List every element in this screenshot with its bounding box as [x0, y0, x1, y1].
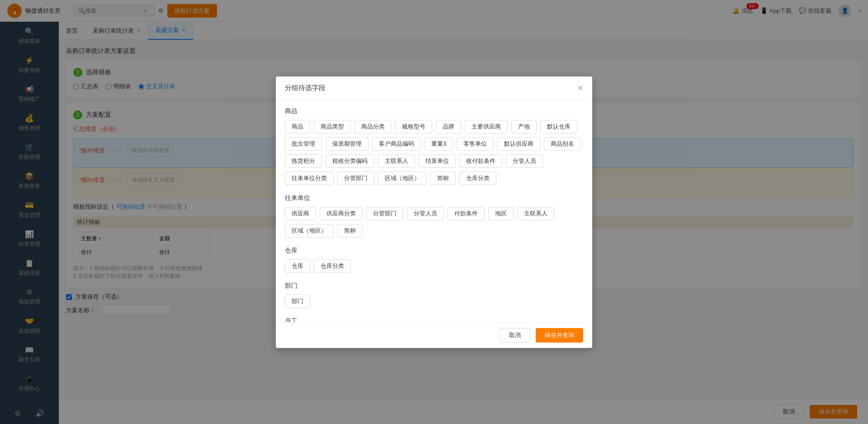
tag-brand[interactable]: 品牌 — [436, 120, 461, 133]
tag-supplier[interactable]: 供应商 — [285, 207, 316, 220]
tag-payment-terms[interactable]: 收付款条件 — [459, 154, 502, 168]
tag-retail-unit[interactable]: 零售单位 — [457, 137, 494, 151]
tag-spec-model[interactable]: 规格型号 — [395, 120, 432, 133]
tag-staff-counterpart[interactable]: 分管人员 — [407, 207, 444, 220]
section-counterpart-tags: 供应商 供应商分类 分管部门 分管人员 付款条件 地区 主联系人 区域（地区） … — [285, 207, 583, 238]
tag-product-type[interactable]: 商品类型 — [314, 120, 351, 133]
section-warehouse-tags: 仓库 仓库分类 — [285, 259, 583, 273]
tag-counterpart-category[interactable]: 往来单位分类 — [285, 172, 334, 185]
tag-customer-product-code[interactable]: 客户商品编码 — [372, 137, 421, 151]
modal-title: 分组待选字段 — [285, 84, 326, 92]
modal-header: 分组待选字段 ✕ — [276, 76, 592, 100]
tag-dept-counterpart[interactable]: 分管部门 — [366, 207, 403, 220]
tag-product-alias[interactable]: 商品别名 — [544, 137, 581, 151]
tag-default-warehouse[interactable]: 默认仓库 — [540, 120, 577, 133]
section-department-title: 部门 — [285, 282, 583, 290]
tag-region-product[interactable]: 区域（地区） — [378, 172, 427, 185]
section-employee-title: 员工 — [285, 317, 583, 322]
tag-product[interactable]: 商品 — [285, 120, 310, 133]
tag-warehouse-category[interactable]: 仓库分类 — [314, 259, 351, 273]
section-product-title: 商品 — [285, 107, 583, 115]
tag-weight3[interactable]: 重量3 — [425, 137, 453, 151]
tag-supervisor-dept[interactable]: 分管部门 — [337, 172, 374, 185]
tag-department[interactable]: 部门 — [285, 295, 310, 308]
modal-body: 商品 商品 商品类型 商品分类 规格型号 品牌 主要供应商 产地 默认仓库 批次… — [276, 100, 592, 322]
modal-cancel-button[interactable]: 取消 — [500, 328, 530, 343]
tag-main-contact-counterpart[interactable]: 主联系人 — [517, 207, 554, 220]
tag-settlement-unit[interactable]: 结算单位 — [419, 154, 456, 168]
section-product-tags: 商品 商品类型 商品分类 规格型号 品牌 主要供应商 产地 默认仓库 批次管理 … — [285, 120, 583, 185]
tag-payment-terms-counterpart[interactable]: 付款条件 — [448, 207, 485, 220]
tag-origin[interactable]: 产地 — [511, 120, 537, 133]
modal-confirm-button[interactable]: 保存并查询 — [536, 328, 583, 343]
section-counterpart: 往来单位 供应商 供应商分类 分管部门 分管人员 付款条件 地区 主联系人 区域… — [285, 194, 583, 238]
section-warehouse-title: 仓库 — [285, 247, 583, 255]
section-product: 商品 商品 商品类型 商品分类 规格型号 品牌 主要供应商 产地 默认仓库 批次… — [285, 107, 583, 185]
tag-main-supplier[interactable]: 主要供应商 — [465, 120, 508, 133]
tag-shelf-life[interactable]: 保质期管理 — [326, 137, 368, 151]
modal-close-button[interactable]: ✕ — [577, 84, 583, 92]
tag-batch-mgmt[interactable]: 批次管理 — [285, 137, 322, 151]
tag-product-category[interactable]: 商品分类 — [354, 120, 392, 133]
section-employee: 员工 业务员 — [285, 317, 583, 322]
section-department-tags: 部门 — [285, 295, 583, 308]
tag-tax-category[interactable]: 税收分类编码 — [326, 154, 374, 168]
modal-overlay: 分组待选字段 ✕ 商品 商品 商品类型 商品分类 规格型号 品牌 主要供应商 产… — [0, 0, 868, 424]
tag-warehouse[interactable]: 仓库 — [285, 259, 310, 273]
modal-footer: 取消 保存并查询 — [276, 322, 592, 348]
tag-main-contact[interactable]: 主联系人 — [378, 154, 415, 168]
section-warehouse: 仓库 仓库 仓库分类 — [285, 247, 583, 273]
tag-region-counterpart[interactable]: 区域（地区） — [285, 224, 334, 238]
section-department: 部门 部门 — [285, 282, 583, 308]
field-select-modal: 分组待选字段 ✕ 商品 商品 商品类型 商品分类 规格型号 品牌 主要供应商 产… — [276, 76, 592, 348]
tag-pick-score[interactable]: 拣货积分 — [285, 154, 322, 168]
tag-short-name-counterpart[interactable]: 简称 — [337, 224, 363, 238]
tag-warehouse-category-product[interactable]: 仓库分类 — [459, 172, 496, 185]
tag-default-supplier[interactable]: 默认供应商 — [497, 137, 540, 151]
tag-supplier-category[interactable]: 供应商分类 — [320, 207, 363, 220]
tag-supervisor-staff[interactable]: 分管人员 — [506, 154, 543, 168]
tag-area-counterpart[interactable]: 地区 — [488, 207, 514, 220]
section-counterpart-title: 往来单位 — [285, 194, 583, 202]
tag-short-name-product[interactable]: 简称 — [430, 172, 456, 185]
